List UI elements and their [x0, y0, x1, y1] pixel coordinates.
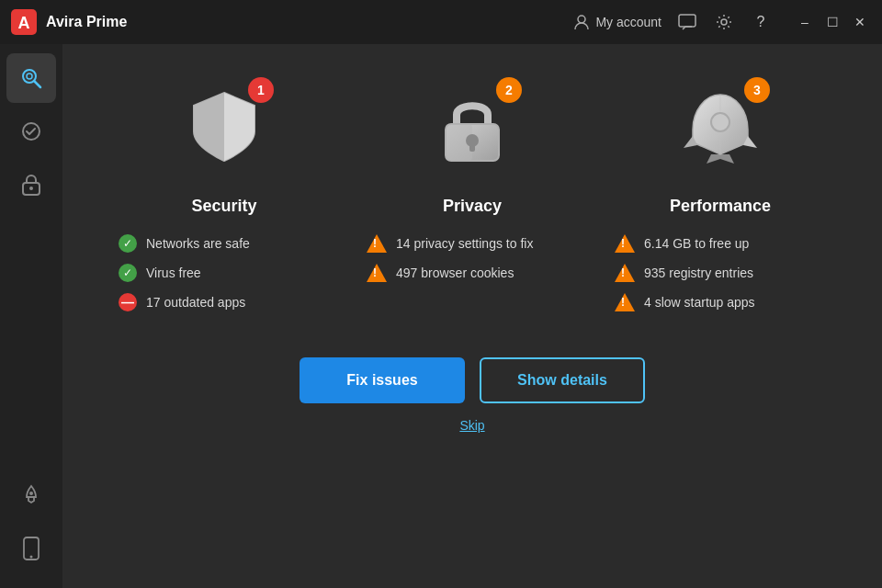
- settings-button[interactable]: [713, 11, 735, 33]
- privacy-item-settings: 14 privacy settings to fix: [367, 234, 578, 253]
- chat-button[interactable]: [676, 11, 698, 33]
- security-item-networks: ✓ Networks are safe: [119, 234, 330, 253]
- svg-rect-3: [679, 15, 695, 27]
- warning-icon-4: [615, 264, 635, 282]
- gear-icon: [716, 14, 732, 30]
- minimize-button[interactable]: –: [794, 11, 816, 33]
- warning-icon-2: [367, 264, 387, 282]
- green-check-icon-2: ✓: [119, 264, 137, 282]
- window-controls: – ☐ ✕: [794, 11, 871, 33]
- close-button[interactable]: ✕: [849, 11, 871, 33]
- svg-point-10: [29, 187, 33, 190]
- red-minus-icon: —: [119, 293, 137, 311]
- security-item-virus: ✓ Virus free: [119, 264, 330, 282]
- checkmark-icon: [20, 120, 42, 142]
- sidebar-item-performance[interactable]: [6, 470, 56, 520]
- svg-point-7: [27, 74, 32, 79]
- sidebar-item-scan[interactable]: [6, 53, 56, 103]
- account-icon: [573, 14, 590, 30]
- svg-point-2: [578, 16, 585, 23]
- performance-icon-wrap: 3: [665, 72, 775, 182]
- privacy-badge: 2: [496, 77, 522, 103]
- performance-badge: 3: [744, 77, 770, 103]
- fix-issues-button[interactable]: Fix issues: [300, 357, 465, 403]
- privacy-item-cookies: 497 browser cookies: [367, 264, 578, 282]
- svg-line-6: [34, 81, 40, 87]
- rocket-icon-sidebar: [20, 484, 42, 506]
- sidebar: [0, 44, 62, 588]
- warning-icon-1: [367, 234, 387, 253]
- security-icon-wrap: 1: [169, 72, 279, 182]
- privacy-icon-wrap: 2: [417, 72, 527, 182]
- app-title: Avira Prime: [46, 14, 573, 30]
- security-items: ✓ Networks are safe ✓ Virus free — 17 ou…: [119, 234, 330, 311]
- performance-item-registry: 935 registry entries: [615, 264, 826, 282]
- warning-icon-5: [615, 293, 635, 311]
- performance-title: Performance: [670, 197, 771, 216]
- maximize-button[interactable]: ☐: [821, 11, 843, 33]
- svg-rect-17: [469, 142, 475, 152]
- green-check-icon-1: ✓: [119, 234, 137, 253]
- titlebar: A Avira Prime My account ? –: [0, 0, 882, 44]
- privacy-title: Privacy: [443, 197, 502, 216]
- security-badge: 1: [248, 77, 274, 103]
- mobile-icon: [23, 537, 40, 560]
- skip-link[interactable]: Skip: [459, 418, 484, 433]
- performance-item-startup: 4 slow startup apps: [615, 293, 826, 311]
- my-account-button[interactable]: My account: [573, 14, 662, 30]
- performance-card: 3: [615, 72, 826, 311]
- svg-point-11: [29, 492, 33, 495]
- warning-icon-3: [615, 234, 635, 253]
- sidebar-item-privacy[interactable]: [6, 160, 56, 209]
- svg-point-18: [711, 113, 729, 131]
- sidebar-item-protection[interactable]: [6, 107, 56, 156]
- show-details-button[interactable]: Show details: [480, 357, 645, 403]
- sidebar-item-mobile[interactable]: [6, 524, 56, 573]
- account-label: My account: [595, 15, 662, 29]
- cards-row: 1 Security: [119, 72, 826, 311]
- svg-point-13: [30, 556, 33, 559]
- security-item-outdated: — 17 outdated apps: [119, 293, 330, 311]
- security-card: 1 Security: [119, 72, 330, 311]
- help-button[interactable]: ?: [750, 11, 772, 33]
- main-content: 1 Security: [62, 44, 882, 588]
- security-title: Security: [191, 197, 256, 216]
- privacy-card: 2: [367, 72, 578, 311]
- performance-item-gb: 6.14 GB to free up: [615, 234, 826, 253]
- svg-text:A: A: [18, 14, 30, 32]
- app-body: 1 Security: [0, 44, 882, 588]
- buttons-row: Fix issues Show details: [300, 357, 645, 403]
- lock-icon: [21, 173, 41, 197]
- avira-logo: A: [11, 9, 37, 35]
- sidebar-bottom: [6, 524, 56, 588]
- titlebar-actions: My account ? – ☐ ✕: [573, 11, 871, 33]
- privacy-items: 14 privacy settings to fix 497 browser c…: [367, 234, 578, 282]
- chat-icon: [678, 13, 696, 31]
- scan-icon: [19, 66, 43, 90]
- performance-items: 6.14 GB to free up 935 registry entries …: [615, 234, 826, 311]
- svg-point-4: [721, 19, 727, 25]
